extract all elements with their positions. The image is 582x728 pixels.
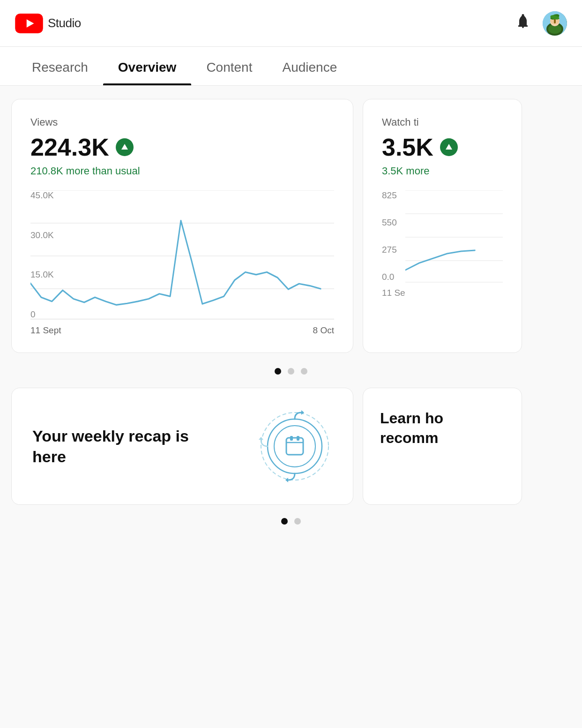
svg-point-2 xyxy=(522,14,524,16)
bottom-pagination-dot-2[interactable] xyxy=(294,518,301,525)
views-subtitle: 210.8K more than usual xyxy=(30,165,334,177)
views-card: Views 224.3K 210.8K more than usual xyxy=(11,99,353,353)
nav-tabs: Research Overview Content Audience xyxy=(0,47,582,86)
svg-rect-33 xyxy=(297,436,299,441)
main-content: Views 224.3K 210.8K more than usual xyxy=(0,86,582,538)
svg-marker-21 xyxy=(446,144,452,150)
tab-content[interactable]: Content xyxy=(191,47,267,85)
svg-marker-36 xyxy=(259,437,263,440)
tab-research[interactable]: Research xyxy=(17,47,103,85)
header-right xyxy=(515,11,567,36)
bottom-cards-row: Your weekly recap is here xyxy=(11,388,571,505)
chart-dates: 11 Sept 8 Oct xyxy=(30,325,334,336)
views-value: 224.3K xyxy=(30,133,109,161)
recap-icon xyxy=(257,409,332,484)
tab-overview[interactable]: Overview xyxy=(103,47,192,85)
watch-time-label: Watch ti xyxy=(382,116,503,128)
bottom-pagination-dot-1[interactable] xyxy=(281,518,288,525)
youtube-icon xyxy=(15,14,43,33)
watch-chart-svg xyxy=(405,190,503,284)
learn-title: Learn ho recomm xyxy=(380,409,505,448)
watch-time-value-row: 3.5K xyxy=(382,133,503,161)
notifications-bell-icon[interactable] xyxy=(515,13,531,33)
views-trend-up-icon xyxy=(116,138,134,156)
svg-point-27 xyxy=(261,413,328,480)
recap-card[interactable]: Your weekly recap is here xyxy=(11,388,353,505)
user-avatar[interactable] xyxy=(543,11,567,36)
watch-time-card: Watch ti 3.5K 3.5K more 825 550 275 0.0 xyxy=(363,99,522,353)
svg-point-28 xyxy=(268,419,322,473)
wt-date-start: 11 Se xyxy=(382,288,503,298)
header: Studio xyxy=(0,0,582,47)
learn-card[interactable]: Learn ho recomm xyxy=(363,388,522,505)
views-chart: 45.0K 30.0K 15.0K 0 xyxy=(30,190,334,322)
chart-date-end: 8 Oct xyxy=(313,325,334,336)
youtube-studio-logo[interactable]: Studio xyxy=(15,14,81,33)
tab-audience[interactable]: Audience xyxy=(267,47,352,85)
views-chart-svg: 45.0K 30.0K 15.0K 0 xyxy=(30,190,334,322)
watch-time-value: 3.5K xyxy=(382,133,433,161)
svg-point-29 xyxy=(274,426,315,467)
pagination-dot-3[interactable] xyxy=(301,368,307,375)
svg-marker-11 xyxy=(121,144,128,150)
card-pagination-dots xyxy=(11,368,571,375)
svg-rect-30 xyxy=(286,438,303,455)
stats-cards-row: Views 224.3K 210.8K more than usual xyxy=(11,99,571,353)
recap-title: Your weekly recap is here xyxy=(32,426,192,467)
watch-time-subtitle: 3.5K more xyxy=(382,165,503,177)
header-left: Studio xyxy=(15,14,81,33)
studio-label: Studio xyxy=(48,16,81,30)
chart-date-start: 11 Sept xyxy=(30,325,61,336)
bottom-card-pagination-dots xyxy=(11,518,571,525)
views-label: Views xyxy=(30,116,334,128)
watch-trend-up-icon xyxy=(440,138,458,156)
views-value-row: 224.3K xyxy=(30,133,334,161)
pagination-dot-2[interactable] xyxy=(288,368,294,375)
svg-rect-32 xyxy=(290,436,293,441)
pagination-dot-1[interactable] xyxy=(275,368,281,375)
